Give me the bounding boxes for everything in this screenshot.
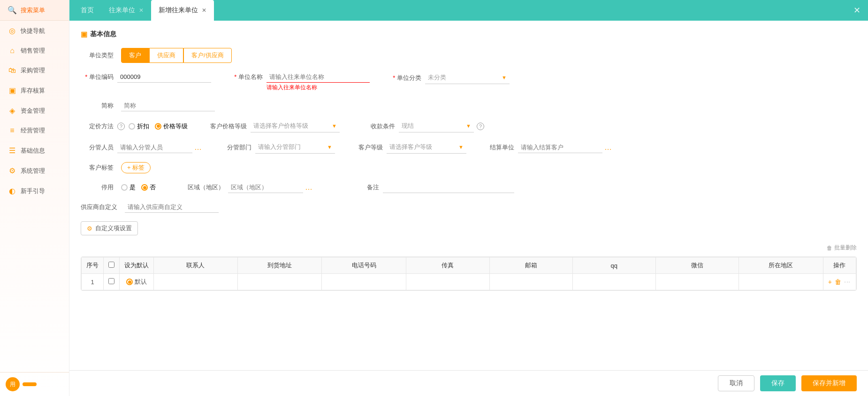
sidebar-item-new-guide[interactable]: ◐ 新手引导	[0, 181, 69, 201]
table-actions: 🗑 批量删除	[81, 244, 857, 252]
remark-field: 备注	[346, 182, 514, 193]
tab-new-counterpart[interactable]: 新增往来单位 ✕	[151, 0, 214, 21]
col-fax: 传真	[406, 257, 489, 274]
sidebar-item-sales[interactable]: ⌂ 销售管理	[0, 41, 69, 61]
row-1-wechat-input[interactable]	[661, 279, 734, 286]
custom-settings-btn[interactable]: ⚙ 自定义项设置	[81, 221, 138, 235]
col-email: 邮箱	[489, 257, 572, 274]
tab-home[interactable]: 首页	[73, 0, 101, 21]
tabs-close-all[interactable]: ✕	[850, 5, 864, 16]
department-select[interactable]: 请输入分管部门 ▼	[255, 141, 335, 154]
row-fax[interactable]	[406, 274, 489, 290]
save-add-button[interactable]: 保存并新增	[801, 375, 857, 391]
row-checkbox[interactable]	[104, 274, 120, 290]
sidebar-item-basic-info[interactable]: ☰ 基础信息	[0, 140, 69, 161]
add-tag-btn[interactable]: + 标签	[121, 162, 151, 173]
row-1-drag-handle[interactable]: ⋮	[844, 278, 851, 286]
col-contact: 联系人	[154, 257, 238, 274]
col-qq: qq	[573, 257, 655, 274]
section-title-icon: ▣	[81, 30, 87, 39]
table-row: 1 默认	[82, 274, 856, 290]
row-1-default-circle	[126, 279, 133, 285]
row-1-checkbox[interactable]	[108, 278, 114, 284]
save-button[interactable]: 保存	[760, 375, 796, 391]
row-1-qq-input[interactable]	[578, 279, 650, 286]
row-region[interactable]	[739, 274, 823, 290]
btn-supplier[interactable]: 供应商	[149, 48, 183, 63]
unit-name-error: 请输入往来单位名称	[266, 84, 370, 92]
search-icon: 🔍	[8, 6, 17, 15]
supplier-custom-label: 供应商自定义	[81, 203, 117, 211]
sidebar-item-capital[interactable]: ◈ 资金管理	[0, 101, 69, 121]
remark-input[interactable]	[383, 182, 514, 193]
row-address[interactable]	[237, 274, 322, 290]
row-1-phone-input[interactable]	[327, 279, 401, 286]
unit-code-input[interactable]	[117, 71, 211, 83]
customer-tag-row: 客户标签 + 标签	[81, 162, 857, 173]
sidebar-item-operations[interactable]: ≡ 经营管理	[0, 121, 69, 140]
btn-both[interactable]: 客户/供应商	[183, 48, 232, 63]
row-1-delete-btn[interactable]: 🗑	[835, 278, 841, 286]
sidebar-item-inventory[interactable]: ▣ 库存核算	[0, 80, 69, 101]
supervisor-more-btn[interactable]: …	[192, 142, 204, 153]
region-more-btn[interactable]: …	[303, 182, 314, 193]
tab-new-counterpart-close[interactable]: ✕	[202, 7, 206, 14]
remark-label: 备注	[346, 183, 379, 192]
btn-customer[interactable]: 客户	[121, 48, 149, 63]
row-1-address-input[interactable]	[243, 279, 317, 286]
pricing-level[interactable]: 价格等级	[155, 122, 188, 131]
row-1-add-btn[interactable]: +	[828, 278, 832, 286]
pricing-discount-radio	[129, 123, 135, 130]
sidebar-item-quick-nav[interactable]: ◎ 快捷导航	[0, 21, 69, 41]
row-wechat[interactable]	[655, 274, 739, 290]
footer-bar: 取消 保存 保存并新增	[69, 370, 868, 396]
unit-type-label: 单位类型	[81, 51, 114, 60]
row-phone[interactable]	[322, 274, 406, 290]
supplier-custom-row: 供应商自定义	[81, 202, 857, 213]
sidebar-item-purchase[interactable]: 🛍 采购管理	[0, 61, 69, 80]
settlement-unit-more-btn[interactable]: …	[602, 142, 614, 153]
region-input[interactable]	[228, 182, 303, 193]
row-1-region-input[interactable]	[744, 279, 818, 286]
sidebar-item-sys-mgmt[interactable]: ⚙ 系统管理	[0, 161, 69, 181]
supplier-custom-input[interactable]	[125, 202, 219, 213]
row-seq: 1	[82, 274, 104, 290]
customer-level-select[interactable]: 请选择客户等级 ▼	[387, 141, 466, 154]
unit-category-label: 单位分类	[388, 74, 421, 82]
unit-category-select[interactable]: 未分类 ▼	[425, 71, 510, 84]
contact-table-element: 序号 设为默认 联系人 到货地址 电话号码 传真 邮箱 qq 微信 所在地区 操…	[81, 257, 856, 290]
contact-table: 序号 设为默认 联系人 到货地址 电话号码 传真 邮箱 qq 微信 所在地区 操…	[81, 256, 857, 291]
row-1-default-radio[interactable]: 默认	[124, 278, 149, 286]
section-title: ▣ 基本信息	[81, 30, 857, 39]
row-1-email-input[interactable]	[495, 279, 568, 286]
disabled-no[interactable]: 否	[141, 183, 156, 192]
disabled-yes[interactable]: 是	[121, 183, 136, 192]
short-name-input[interactable]	[121, 100, 215, 111]
unit-name-input[interactable]	[266, 71, 370, 83]
tab-counterpart-close[interactable]: ✕	[139, 7, 144, 14]
row-1-fax-input[interactable]	[411, 279, 484, 286]
select-all-checkbox[interactable]	[108, 262, 114, 268]
disabled-yes-radio	[121, 184, 128, 191]
settlement-unit-input[interactable]	[518, 142, 602, 153]
unit-type-row: 单位类型 客户 供应商 客户/供应商	[81, 48, 857, 63]
row-1-contact-input[interactable]	[159, 279, 233, 286]
batch-delete-label[interactable]: 批量删除	[834, 244, 857, 252]
short-name-row: 简称	[81, 100, 857, 111]
row-qq[interactable]	[573, 274, 655, 290]
settings-gear-icon: ⚙	[87, 225, 92, 232]
row-contact[interactable]	[154, 274, 238, 290]
payment-terms-select[interactable]: 现结 ▼	[399, 120, 474, 132]
tab-counterpart[interactable]: 往来单位 ✕	[101, 0, 151, 21]
department-label: 分管部门	[219, 143, 251, 152]
payment-terms-help-icon[interactable]: ?	[477, 123, 484, 130]
sidebar-item-search[interactable]: 🔍 搜索菜单	[0, 0, 69, 21]
supervisor-input[interactable]	[117, 142, 192, 153]
col-seq: 序号	[82, 257, 104, 274]
row-email[interactable]	[489, 274, 572, 290]
pricing-help-icon[interactable]: ?	[117, 123, 125, 130]
col-address: 到货地址	[237, 257, 322, 274]
customer-price-level-select[interactable]: 请选择客户价格等级 ▼	[251, 120, 340, 132]
cancel-button[interactable]: 取消	[718, 375, 754, 391]
pricing-discount[interactable]: 折扣	[129, 122, 149, 131]
